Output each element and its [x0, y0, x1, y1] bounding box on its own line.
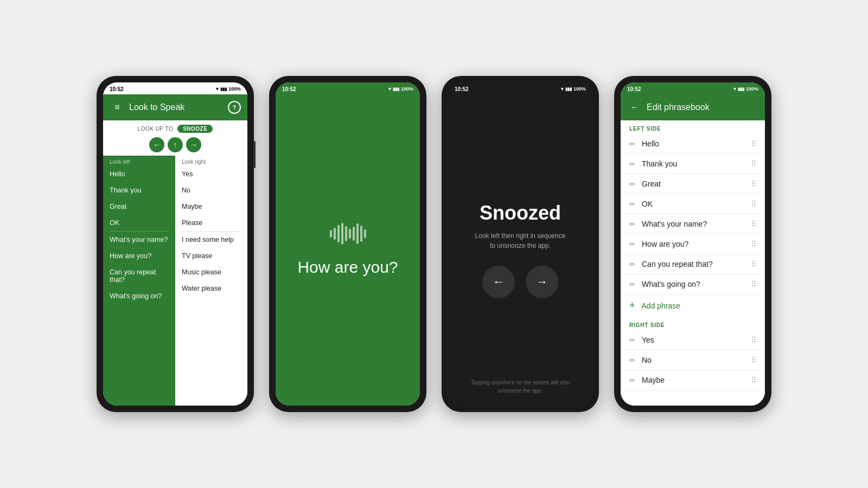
edit-icon-maybe[interactable]: ✏	[629, 376, 635, 384]
left-phrase-how-are-you[interactable]: How are you?	[103, 248, 175, 264]
wifi-icon-3: ▾	[561, 86, 564, 92]
edit-icon-hello[interactable]: ✏	[629, 140, 635, 148]
wifi-icon-2: ▾	[388, 86, 391, 92]
phrase-whats-your-name: What's your name?	[642, 220, 751, 228]
edit-icon-ok[interactable]: ✏	[629, 200, 635, 208]
menu-icon[interactable]: ≡	[110, 100, 125, 115]
status-icons-3: ▾ ▮▮▮ 100%	[561, 86, 586, 92]
right-phrase-please[interactable]: Please	[175, 215, 247, 231]
drag-icon-thank-you[interactable]: ⠿	[751, 159, 756, 168]
help-icon[interactable]: ?	[228, 101, 241, 114]
drag-icon-great[interactable]: ⠿	[751, 179, 756, 188]
app-title-4: Edit phrasebook	[647, 102, 758, 112]
waveform-bar-6	[349, 229, 351, 239]
signal-icon: ▮▮▮	[220, 87, 227, 92]
drag-icon-whats-going-on[interactable]: ⠿	[751, 280, 756, 288]
drag-icon-can-you-repeat[interactable]: ⠿	[751, 260, 756, 268]
left-phrase-great[interactable]: Great	[103, 198, 175, 215]
right-phrase-water[interactable]: Water please	[175, 280, 247, 297]
left-arrow-btn[interactable]: ←	[149, 137, 164, 152]
look-up-to-label: LOOK UP TO	[138, 126, 174, 132]
left-col-header: Look left	[103, 157, 175, 166]
left-phrase-whats-going-on[interactable]: What's going on?	[103, 288, 175, 304]
signal-icon-4: ▮▮▮	[738, 87, 744, 92]
phrase-hello: Hello	[642, 139, 751, 148]
drag-icon-no[interactable]: ⠿	[751, 356, 756, 364]
left-phrase-ok[interactable]: OK	[103, 215, 175, 231]
phone-1: 10:52 ▾ ▮▮▮ 100% ≡ Look to Speak ? LOOK …	[97, 76, 254, 412]
signal-icon-2: ▮▮▮	[393, 87, 399, 92]
drag-icon-ok[interactable]: ⠿	[751, 200, 756, 208]
drag-icon-yes[interactable]: ⠿	[751, 336, 756, 344]
status-bar-4: 10:52 ▾ ▮▮▮ 100%	[621, 82, 765, 94]
left-phrase-hello[interactable]: Hello	[103, 166, 175, 182]
edit-icon-whats-going-on[interactable]: ✏	[629, 280, 635, 288]
left-phrase-thank-you[interactable]: Thank you	[103, 182, 175, 198]
app-title-1: Look to Speak	[129, 102, 228, 112]
right-phrase-tv[interactable]: TV please	[175, 248, 247, 264]
phones-container: 10:52 ▾ ▮▮▮ 100% ≡ Look to Speak ? LOOK …	[97, 76, 771, 412]
back-icon[interactable]: ←	[627, 100, 642, 115]
edit-icon-no[interactable]: ✏	[629, 356, 635, 364]
app-bar-4: ← Edit phrasebook	[621, 94, 765, 120]
wifi-icon: ▾	[216, 86, 219, 92]
edit-phrase-great[interactable]: ✏ Great ⠿	[621, 174, 765, 194]
phone2-content[interactable]: How are you?	[276, 94, 420, 406]
right-phrase-need-help[interactable]: I need some help	[175, 232, 247, 248]
spoken-phrase: How are you?	[297, 258, 398, 277]
phrase-can-you-repeat: Can you repeat that?	[642, 260, 751, 268]
up-arrow-btn[interactable]: ↑	[168, 137, 183, 152]
right-phrase-music[interactable]: Music please	[175, 264, 247, 280]
snoozed-description: Look left then right in sequence to unsn…	[471, 231, 569, 251]
edit-icon-can-you-repeat[interactable]: ✏	[629, 260, 635, 268]
edit-phrase-maybe[interactable]: ✏ Maybe ⠿	[621, 370, 765, 390]
app-bar-1: ≡ Look to Speak ?	[103, 94, 247, 120]
edit-phrase-whats-going-on[interactable]: ✏ What's going on? ⠿	[621, 274, 765, 294]
snoozed-content[interactable]: Snoozed Look left then right in sequence…	[448, 94, 592, 406]
snooze-bar: LOOK UP TO SNOOZE	[103, 120, 247, 135]
phone-2: 10:52 ▾ ▮▮▮ 100%	[269, 76, 426, 412]
edit-icon-how-are-you[interactable]: ✏	[629, 240, 635, 248]
right-phrase-maybe[interactable]: Maybe	[175, 198, 247, 215]
snooze-right-arrow[interactable]: →	[526, 266, 558, 298]
edit-icon-great[interactable]: ✏	[629, 180, 635, 188]
battery-icon-3: 100%	[573, 86, 586, 92]
snooze-left-arrow[interactable]: ←	[482, 266, 515, 298]
right-phrase-no[interactable]: No	[175, 182, 247, 198]
right-arrow-btn[interactable]: →	[186, 137, 201, 152]
edit-phrase-how-are-you[interactable]: ✏ How are you? ⠿	[621, 234, 765, 254]
edit-phrase-hello[interactable]: ✏ Hello ⠿	[621, 134, 765, 154]
drag-icon-hello[interactable]: ⠿	[751, 139, 756, 148]
edit-icon-thank-you[interactable]: ✏	[629, 160, 635, 168]
edit-icon-yes[interactable]: ✏	[629, 336, 635, 344]
status-bar-2: 10:52 ▾ ▮▮▮ 100%	[276, 82, 420, 94]
left-phrase-can-you-repeat[interactable]: Can you repeat that?	[103, 264, 175, 288]
edit-phrase-yes[interactable]: ✏ Yes ⠿	[621, 330, 765, 350]
phrase-whats-going-on: What's going on?	[642, 280, 751, 288]
edit-phrase-no[interactable]: ✏ No ⠿	[621, 350, 765, 370]
drag-icon-how-are-you[interactable]: ⠿	[751, 240, 756, 248]
edit-icon-whats-your-name[interactable]: ✏	[629, 220, 635, 228]
edit-phrase-can-you-repeat[interactable]: ✏ Can you repeat that? ⠿	[621, 254, 765, 274]
time-3: 10:52	[455, 86, 469, 92]
battery-icon: 100%	[228, 86, 241, 92]
drag-icon-maybe[interactable]: ⠿	[751, 376, 756, 384]
waveform-icon	[330, 223, 366, 245]
phrase-great: Great	[642, 179, 751, 188]
phrase-how-are-you: How are you?	[642, 240, 751, 248]
right-phrase-yes[interactable]: Yes	[175, 166, 247, 182]
left-phrase-whats-your-name[interactable]: What's your name?	[103, 232, 175, 248]
waveform-bar-9	[360, 226, 362, 242]
status-icons-4: ▾ ▮▮▮ 100%	[733, 86, 758, 92]
snooze-button[interactable]: SNOOZE	[177, 125, 213, 133]
signal-icon-3: ▮▮▮	[565, 87, 572, 92]
drag-icon-whats-your-name[interactable]: ⠿	[751, 220, 756, 228]
edit-phrase-ok[interactable]: ✏ OK ⠿	[621, 194, 765, 214]
battery-icon-2: 100%	[401, 86, 413, 92]
waveform-bar-8	[356, 223, 359, 244]
edit-phrase-thank-you[interactable]: ✏ Thank you ⠿	[621, 154, 765, 174]
snooze-footer: Tapping anywhere on the screen will also…	[466, 378, 575, 395]
edit-phrase-whats-your-name[interactable]: ✏ What's your name? ⠿	[621, 214, 765, 234]
waveform-bar-10	[364, 229, 366, 238]
add-phrase-button-left[interactable]: + Add phrase	[621, 294, 765, 317]
